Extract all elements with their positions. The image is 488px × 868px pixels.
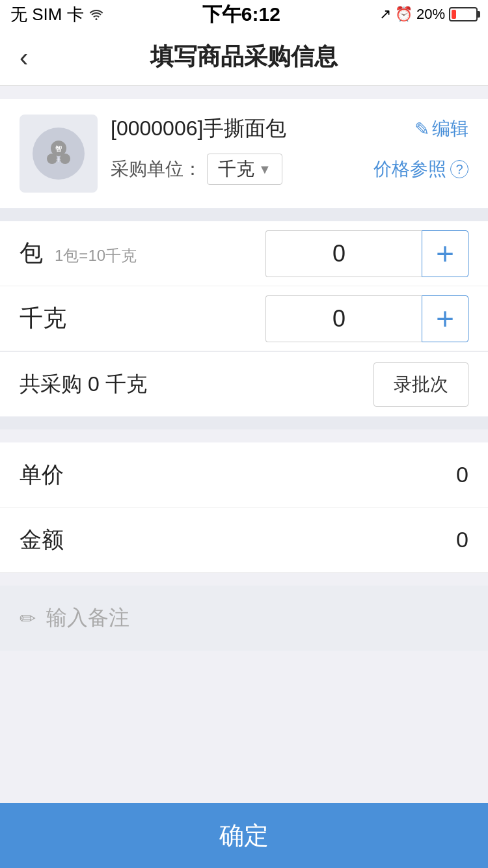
remark-section[interactable]: ✏ 输入备注: [0, 586, 488, 651]
amount-value: 0: [456, 527, 468, 552]
main-content: 智 十 [0000006]手撕面包 ✎ 编辑 采购单位： 千克 ▼: [0, 99, 488, 722]
battery-percent: 20%: [416, 6, 445, 23]
price-ref-label: 价格参照: [373, 157, 446, 182]
product-name: [0000006]手撕面包: [111, 115, 286, 143]
total-label: 共采购 0 千克: [20, 370, 147, 399]
status-time: 下午6:12: [202, 1, 280, 28]
status-left: 无 SIM 卡: [10, 3, 103, 26]
record-batch-button[interactable]: 录批次: [373, 362, 468, 407]
amount-label: 金额: [20, 525, 64, 555]
price-value: 0: [456, 462, 468, 487]
price-label: 单价: [20, 460, 64, 490]
section-divider-2: [0, 416, 488, 429]
chevron-down-icon: ▼: [258, 162, 271, 177]
price-amount-section: 单价 0 金额 0: [0, 442, 488, 573]
kg-label: 千克: [20, 303, 150, 334]
status-bar: 无 SIM 卡 下午6:12 ↗ ⏰ 20%: [0, 0, 488, 29]
unit-row: 采购单位： 千克 ▼ 价格参照 ?: [111, 154, 468, 185]
edit-label: 编辑: [432, 116, 468, 141]
remark-placeholder: 输入备注: [46, 604, 129, 632]
battery-icon: [449, 7, 478, 21]
amount-row: 金额 0: [0, 508, 488, 573]
svg-point-2: [60, 154, 70, 164]
back-button[interactable]: ‹: [20, 44, 28, 70]
product-logo: 智 十: [33, 128, 85, 180]
pencil-icon: ✏: [20, 607, 36, 630]
gps-icon: ↗: [379, 6, 391, 23]
unit-label: 采购单位：: [111, 157, 202, 182]
wifi-icon: [89, 5, 103, 25]
input-section: 包 1包=10千克 + 千克 +: [0, 221, 488, 351]
price-row: 单价 0: [0, 442, 488, 508]
no-sim-label: 无 SIM 卡: [10, 3, 84, 26]
kg-quantity-input[interactable]: [265, 295, 422, 342]
page-title: 填写商品采购信息: [150, 41, 338, 73]
help-icon: ?: [450, 160, 468, 178]
total-row: 共采购 0 千克 录批次: [0, 351, 488, 416]
kg-input-row: 千克 +: [0, 286, 488, 351]
status-right: ↗ ⏰ 20%: [379, 6, 478, 23]
kg-plus-button[interactable]: +: [422, 295, 468, 342]
alarm-icon: ⏰: [395, 6, 413, 23]
edit-icon: ✎: [414, 118, 429, 140]
product-thumbnail: 智 十: [20, 115, 98, 193]
nav-bar: ‹ 填写商品采购信息: [0, 29, 488, 86]
kg-input-right: +: [150, 295, 468, 342]
bag-input-right: +: [150, 230, 468, 277]
product-card: 智 十 [0000006]手撕面包 ✎ 编辑 采购单位： 千克 ▼: [0, 99, 488, 208]
bag-sub-label: 1包=10千克: [55, 247, 137, 264]
bag-input-row: 包 1包=10千克 +: [0, 221, 488, 286]
product-info: [0000006]手撕面包 ✎ 编辑 采购单位： 千克 ▼ 价格参照 ?: [111, 115, 468, 185]
confirm-button[interactable]: 确定: [0, 803, 488, 868]
unit-select-dropdown[interactable]: 千克 ▼: [207, 154, 282, 185]
bag-quantity-input[interactable]: [265, 230, 422, 277]
price-reference-button[interactable]: 价格参照 ?: [373, 157, 468, 182]
edit-button[interactable]: ✎ 编辑: [414, 116, 468, 141]
section-divider-1: [0, 208, 488, 221]
bag-label: 包 1包=10千克: [20, 237, 150, 269]
unit-value: 千克: [218, 157, 254, 182]
product-name-row: [0000006]手撕面包 ✎ 编辑: [111, 115, 468, 143]
bag-plus-button[interactable]: +: [422, 230, 468, 277]
svg-text:智: 智: [55, 145, 62, 152]
bag-label-text: 包: [20, 239, 43, 266]
svg-text:十: 十: [56, 157, 61, 163]
